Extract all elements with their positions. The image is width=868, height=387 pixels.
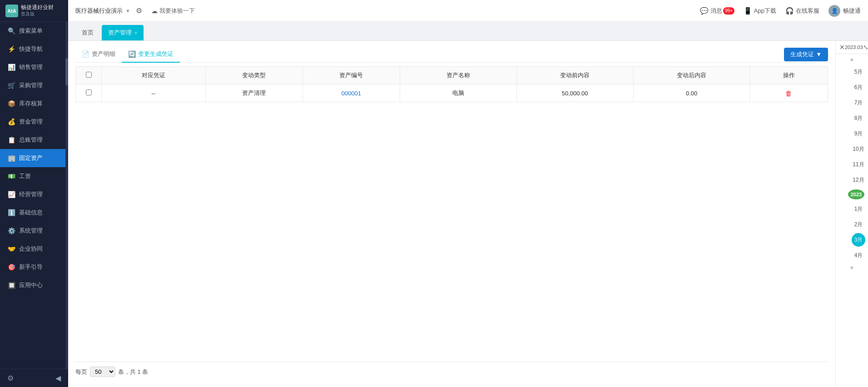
messages-button[interactable]: 💬 消息 99+: [700, 7, 734, 15]
logo-icon: AtA: [5, 5, 18, 17]
generate-voucher-label: 生成凭证: [790, 50, 814, 59]
sidebar-item-search[interactable]: 🔍 搜索菜单: [0, 22, 65, 40]
month-4[interactable]: 4月: [836, 248, 868, 263]
month-6[interactable]: 6月: [836, 79, 868, 95]
asset-detail-icon: 📄: [82, 50, 89, 58]
month-5[interactable]: 5月: [836, 64, 868, 79]
right-panel-year-label: 2023.03: [845, 45, 863, 50]
sidebar-item-quicknav[interactable]: ⚡ 快捷导航: [0, 40, 65, 58]
sidebar-item-label: 资金管理: [19, 118, 43, 126]
sidebar-item-label: 基础信息: [19, 208, 43, 217]
tab-active-label: 资产管理: [108, 29, 132, 37]
user-menu[interactable]: 👤 畅捷通: [828, 5, 861, 17]
sidebar-item-system[interactable]: ⚙️ 系统管理: [0, 222, 65, 240]
per-page-select[interactable]: 20 50 100: [90, 367, 115, 377]
sidebar-item-guide[interactable]: 🎯 新手引导: [0, 258, 65, 276]
sidebar-item-payroll[interactable]: 💵 工资: [0, 167, 65, 185]
month-8-circle[interactable]: 8月: [852, 111, 865, 125]
month-11[interactable]: 11月: [836, 157, 868, 172]
right-panel: ✕ 2023.03 ⤡ ▲ 5月 6月 7月 8月: [835, 41, 868, 387]
right-panel-expand-icon[interactable]: ⤡: [863, 44, 868, 51]
change-voucher-icon: 🔄: [128, 50, 136, 58]
header-after-content: 变动后内容: [633, 67, 750, 84]
month-12-circle[interactable]: 12月: [852, 173, 865, 187]
month-11-circle[interactable]: 11月: [852, 158, 865, 171]
app-download-button[interactable]: 📱 App下载: [744, 7, 776, 15]
user-avatar: 👤: [828, 5, 840, 17]
subtab-asset-detail[interactable]: 📄 资产明细: [75, 46, 122, 63]
month-10-circle[interactable]: 10月: [852, 142, 865, 156]
row-change-type: 资产清理: [205, 84, 303, 102]
company-name: 医疗器械行业演示: [75, 7, 123, 15]
company-selector[interactable]: 医疗器械行业演示 ▼: [75, 7, 130, 15]
month-7[interactable]: 7月: [836, 95, 868, 110]
payroll-icon: 💵: [7, 172, 15, 180]
tabbar: 首页 资产管理 ×: [68, 22, 868, 41]
sidebar-item-operations[interactable]: 📈 经营管理: [0, 185, 65, 203]
row-checkbox[interactable]: [86, 89, 92, 95]
sidebar-item-inventory[interactable]: 📦 库存核算: [0, 94, 65, 113]
month-4-circle[interactable]: 4月: [852, 248, 865, 262]
month-2-circle[interactable]: 2月: [852, 218, 865, 231]
month-9[interactable]: 9月: [836, 126, 868, 141]
sidebar-item-label: 库存核算: [19, 99, 43, 108]
collapse-icon[interactable]: ◀: [55, 374, 61, 382]
month-1[interactable]: 1月: [836, 201, 868, 217]
month-6-circle[interactable]: 6月: [852, 80, 865, 94]
month-8[interactable]: 8月: [836, 110, 868, 126]
year-2023-badge[interactable]: 2023: [848, 189, 864, 199]
per-page-label: 每页: [75, 368, 87, 376]
generate-voucher-button[interactable]: 生成凭证 ▼: [784, 48, 828, 61]
sidebar-item-purchase[interactable]: 🛒 采购管理: [0, 76, 65, 94]
experience-button[interactable]: ☁ 我要体验一下: [151, 7, 195, 15]
topbar-actions: 💬 消息 99+ 📱 App下载 🎧 在线客服 👤 畅捷通: [700, 5, 861, 17]
header-asset-code: 资产编号: [303, 67, 400, 84]
row-asset-code: 000001: [303, 84, 400, 102]
select-all-checkbox[interactable]: [86, 72, 92, 78]
month-10[interactable]: 10月: [836, 141, 868, 157]
delete-button[interactable]: 🗑: [785, 89, 792, 97]
scroll-down-arrow[interactable]: ▼: [836, 263, 868, 273]
online-service-button[interactable]: 🎧 在线客服: [785, 7, 819, 15]
sidebar-item-enterprise[interactable]: 🤝 企业协同: [0, 240, 65, 258]
month-1-circle[interactable]: 1月: [852, 202, 865, 216]
messages-label: 消息: [710, 7, 722, 15]
right-panel-close-icon[interactable]: ✕: [839, 44, 845, 51]
experience-label: 我要体验一下: [159, 7, 195, 15]
funds-icon: 💰: [7, 118, 15, 126]
month-3-active[interactable]: 3月: [836, 232, 868, 248]
month-12[interactable]: 12月: [836, 172, 868, 188]
month-3-circle[interactable]: 3月: [852, 233, 865, 247]
main-content: 医疗器械行业演示 ▼ ⚙ ☁ 我要体验一下 💬 消息 99+ 📱 App下载 🎧…: [68, 0, 868, 387]
subtab-actions: 生成凭证 ▼: [784, 48, 828, 61]
sidebar-scrollbar[interactable]: [65, 22, 68, 369]
month-5-circle[interactable]: 5月: [852, 65, 865, 79]
sidebar-logo: AtA 畅捷通好业财 普及版: [0, 0, 68, 22]
sidebar-item-app-center[interactable]: 🔲 应用中心: [0, 276, 65, 294]
tab-asset-management[interactable]: 资产管理 ×: [102, 25, 144, 40]
sidebar-item-sales[interactable]: 📊 销售管理: [0, 58, 65, 76]
company-settings-icon[interactable]: ⚙: [136, 6, 142, 15]
month-2[interactable]: 2月: [836, 217, 868, 232]
sidebar-item-fixed-assets[interactable]: 🏢 固定资产: [0, 149, 65, 167]
subtab-asset-detail-label: 资产明细: [92, 50, 115, 58]
table-header-row: 对应凭证 变动类型 资产编号 资产名称 变动前内容 变动后内容 操作: [76, 67, 828, 84]
right-panel-header: ✕ 2023.03 ⤡: [836, 41, 868, 54]
month-7-circle[interactable]: 7月: [852, 96, 865, 109]
month-9-circle[interactable]: 9月: [852, 127, 865, 140]
sidebar-item-basic-info[interactable]: ℹ️ 基础信息: [0, 203, 65, 222]
row-operation: 🗑: [750, 84, 828, 102]
scroll-up-arrow[interactable]: ▲: [836, 54, 868, 64]
search-icon: 🔍: [7, 27, 15, 35]
total-text: 条，共 1 条: [118, 368, 148, 376]
sidebar-item-funds[interactable]: 💰 资金管理: [0, 113, 65, 131]
sidebar-item-ledger[interactable]: 📋 总账管理: [0, 131, 65, 149]
generate-dropdown-arrow: ▼: [816, 51, 822, 58]
settings-icon[interactable]: ⚙: [7, 374, 14, 382]
tab-close-icon[interactable]: ×: [134, 30, 137, 35]
subtab-change-voucher[interactable]: 🔄 变更生成凭证: [122, 46, 180, 63]
tab-home[interactable]: 首页: [75, 25, 100, 40]
header-operation: 操作: [750, 67, 828, 84]
message-icon: 💬: [700, 7, 709, 15]
date-list: ▲ 5月 6月 7月 8月 9月 10月: [836, 54, 868, 387]
